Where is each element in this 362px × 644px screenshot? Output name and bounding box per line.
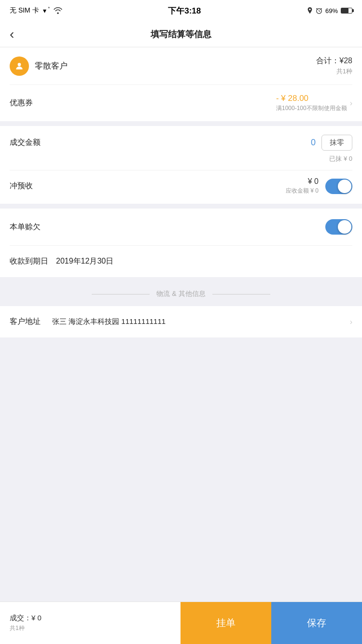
nav-bar: ‹ 填写结算等信息 xyxy=(0,21,362,47)
address-card[interactable]: 客户地址 张三 海淀永丰科技园 11111111111 › xyxy=(0,306,362,337)
pre-amount: ¥ 0 xyxy=(286,177,319,186)
coupon-row[interactable]: 优惠券 - ¥ 28.00 满1000-100不限制使用金额 › xyxy=(10,85,352,121)
duedate-label: 收款到期日 xyxy=(10,256,48,266)
pre-receivable: 应收金额 ¥ 0 xyxy=(286,187,319,195)
chevron-right-icon: › xyxy=(350,99,352,108)
transaction-value: 0 xyxy=(311,138,316,148)
bottom-deal: 成交：¥ 0 xyxy=(10,614,171,623)
prereceive-amounts: ¥ 0 应收金额 ¥ 0 xyxy=(286,177,319,195)
wifi-icon-svg xyxy=(54,7,62,14)
customer-card: 零散客户 合计：¥28 共1种 优惠券 - ¥ 28.00 满1000-100不… xyxy=(0,47,362,121)
prereceive-row: 冲预收 ¥ 0 应收金额 ¥ 0 xyxy=(10,170,352,204)
save-button[interactable]: 保存 xyxy=(271,602,362,644)
logistics-label: 物流 & 其他信息 xyxy=(156,290,205,298)
credit-toggle[interactable] xyxy=(325,219,352,235)
coupon-amount: - ¥ 28.00 xyxy=(276,94,347,103)
back-button[interactable]: ‹ xyxy=(10,27,29,42)
bottom-count: 共1种 xyxy=(10,624,171,632)
duedate-row: 收款到期日 2019年12月30日 xyxy=(10,246,352,277)
customer-name: 零散客户 xyxy=(35,60,68,71)
bottom-info: 成交：¥ 0 共1种 xyxy=(0,614,181,632)
main-content: 零散客户 合计：¥28 共1种 优惠券 - ¥ 28.00 满1000-100不… xyxy=(0,47,362,381)
hold-button[interactable]: 挂单 xyxy=(181,602,271,644)
battery-percent: 69% xyxy=(325,7,338,14)
prereceive-right: ¥ 0 应收金额 ¥ 0 xyxy=(286,177,352,195)
location-icon xyxy=(307,7,313,14)
svg-point-0 xyxy=(309,9,311,11)
alarm-icon xyxy=(316,7,322,14)
logistics-section: 物流 & 其他信息 xyxy=(0,282,362,306)
duedate-value: 2019年12月30日 xyxy=(56,256,113,266)
address-chevron-icon: › xyxy=(350,318,352,326)
address-label: 客户地址 xyxy=(10,317,41,327)
logistics-divider: 物流 & 其他信息 xyxy=(0,290,362,298)
customer-totals: 合计：¥28 共1种 xyxy=(316,56,352,76)
coupon-right: - ¥ 28.00 满1000-100不限制使用金额 › xyxy=(276,94,352,112)
credit-label: 本单赊欠 xyxy=(10,222,41,232)
prereceive-toggle[interactable] xyxy=(325,179,352,194)
round-button[interactable]: 抹零 xyxy=(321,135,352,151)
avatar xyxy=(10,56,29,76)
already-rounded: 已抹 ¥ 0 xyxy=(10,154,352,170)
status-left: 无 SIM 卡 ▾ 𝄒 xyxy=(10,6,62,15)
amount-row: 成交金额 0 抹零 xyxy=(10,126,352,154)
wifi-icon: ▾ 𝄒 xyxy=(43,7,50,15)
address-value: 张三 海淀永丰科技园 11111111111 xyxy=(52,317,346,326)
transaction-card: 成交金额 0 抹零 已抹 ¥ 0 冲预收 ¥ 0 应收金额 ¥ 0 xyxy=(0,126,362,204)
svg-point-2 xyxy=(18,63,21,66)
total-count: 共1种 xyxy=(316,67,352,76)
transaction-label: 成交金额 xyxy=(10,138,41,148)
credit-card: 本单赊欠 收款到期日 2019年12月30日 xyxy=(0,209,362,277)
coupon-info: - ¥ 28.00 满1000-100不限制使用金额 xyxy=(276,94,347,112)
deal-amount: ¥ 0 xyxy=(31,614,42,622)
credit-row: 本单赊欠 xyxy=(10,209,352,245)
status-right: 69% xyxy=(307,7,352,14)
prereceive-label: 冲预收 xyxy=(10,181,33,191)
battery-icon xyxy=(341,8,352,14)
coupon-desc: 满1000-100不限制使用金额 xyxy=(276,104,347,112)
amount-right: 0 抹零 xyxy=(311,135,352,151)
total-amount: 合计：¥28 xyxy=(316,56,352,66)
status-time: 下午3:18 xyxy=(168,5,201,16)
page-title: 填写结算等信息 xyxy=(151,28,211,40)
status-bar: 无 SIM 卡 ▾ 𝄒 下午3:18 69% xyxy=(0,0,362,21)
customer-row: 零散客户 合计：¥28 共1种 xyxy=(10,47,352,84)
customer-info: 零散客户 xyxy=(10,56,68,76)
coupon-label: 优惠券 xyxy=(10,98,33,108)
bottom-bar: 成交：¥ 0 共1种 挂单 保存 xyxy=(0,602,362,644)
toggle-knob-credit xyxy=(338,220,351,234)
deal-label: 成交： xyxy=(10,614,31,622)
address-row[interactable]: 客户地址 张三 海淀永丰科技园 11111111111 › xyxy=(10,306,352,337)
toggle-knob xyxy=(338,180,351,193)
sim-status: 无 SIM 卡 xyxy=(10,6,39,15)
